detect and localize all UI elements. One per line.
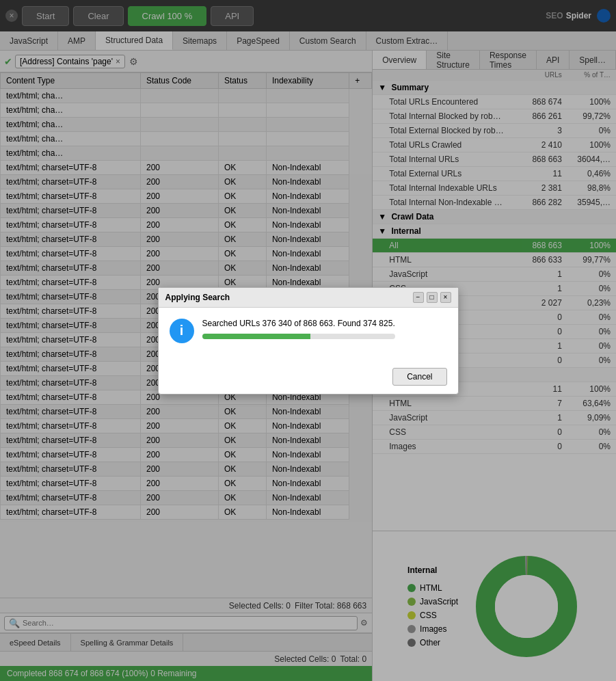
modal-maximize-button[interactable]: □ — [427, 292, 438, 303]
modal-body: i Searched URLs 376 340 of 868 663. Foun… — [159, 308, 458, 362]
modal-info-row: i Searched URLs 376 340 of 868 663. Foun… — [170, 319, 447, 343]
modal-close-button[interactable]: × — [440, 292, 451, 303]
modal-overlay: Applying Search − □ × i Searched URLs 37… — [0, 0, 616, 681]
modal-message: Searched URLs 376 340 of 868 663. Found … — [202, 319, 395, 328]
modal-titlebar-buttons: − □ × — [413, 292, 451, 303]
modal-titlebar: Applying Search − □ × — [159, 288, 458, 308]
modal-footer: Cancel — [159, 362, 458, 394]
modal-progress-fill — [202, 334, 310, 339]
modal-title: Applying Search — [165, 293, 230, 302]
applying-search-modal: Applying Search − □ × i Searched URLs 37… — [158, 287, 459, 395]
modal-info-icon: i — [170, 319, 194, 343]
modal-minimize-button[interactable]: − — [413, 292, 424, 303]
modal-progress-bar — [202, 334, 395, 339]
modal-cancel-button[interactable]: Cancel — [392, 368, 446, 386]
modal-message-wrap: Searched URLs 376 340 of 868 663. Found … — [202, 319, 395, 339]
